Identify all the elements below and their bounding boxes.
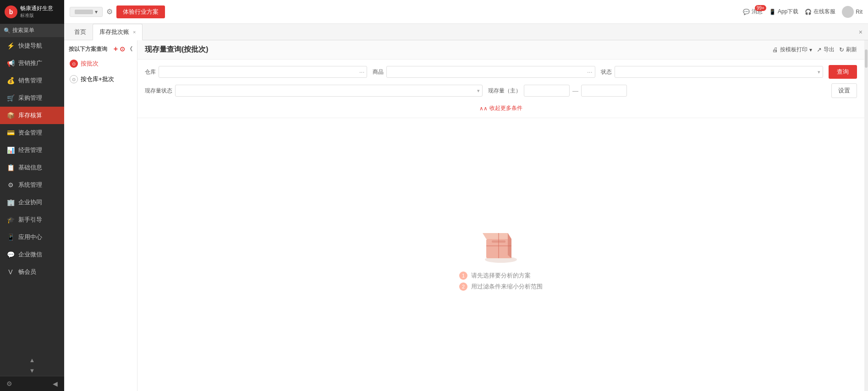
query-btn[interactable]: 查询	[829, 65, 857, 79]
sidebar-item-newbie[interactable]: 🎓 新手引导	[0, 211, 64, 228]
svg-marker-2	[483, 233, 511, 239]
breadcrumb-dropdown-icon[interactable]: ▾	[95, 9, 98, 15]
refresh-label: 刷新	[846, 46, 857, 54]
collapse-filter-btn[interactable]: ∧∧ 收起更多条件	[479, 104, 522, 112]
sidebar-search[interactable]: 🔍 搜索菜单	[0, 24, 64, 37]
sidebar-item-operation[interactable]: 📊 经营管理	[0, 141, 64, 159]
nav-icon-enterprise: 🏢	[6, 198, 15, 206]
sidebar-item-inventory[interactable]: 📦 库存核算	[0, 107, 64, 124]
sidebar-item-purchase[interactable]: 🛒 采购管理	[0, 89, 64, 107]
product-field: 商品 ···	[373, 66, 595, 78]
messages-btn[interactable]: 💬 消息 99+	[743, 8, 763, 16]
add-scheme-btn[interactable]: +	[114, 45, 118, 53]
app-download-btn[interactable]: 📱 App下载	[769, 8, 798, 16]
search-icon: 🔍	[4, 27, 11, 34]
refresh-icon: ↻	[839, 46, 844, 53]
status-label: 状态	[601, 68, 612, 76]
export-btn[interactable]: ↗ 导出	[817, 46, 835, 54]
tab-inventory-batch[interactable]: 库存批次账 ×	[93, 24, 143, 40]
sidebar-header: b 畅康通好生意 标准版	[0, 0, 64, 24]
empty-svg	[478, 218, 524, 264]
stock-qty-label: 现存量（主）	[488, 87, 521, 95]
filter-row-2: 现存量状态 ▾ 现存量（主） —	[145, 83, 857, 98]
right-scrollbar[interactable]	[864, 40, 868, 391]
nav-label-operation: 经营管理	[18, 146, 42, 154]
scheme-settings-btn[interactable]: ⊙	[120, 45, 125, 53]
sidebar-item-basic[interactable]: 📋 基础信息	[0, 159, 64, 176]
nav-label-sales: 销售管理	[18, 76, 42, 85]
user-avatar	[842, 6, 854, 18]
nav-icon-marketing: 📢	[6, 59, 15, 67]
service-btn[interactable]: 🎧 在线客服	[805, 8, 835, 16]
sidebar-item-app-center[interactable]: 📱 应用中心	[0, 228, 64, 246]
sidebar-scroll-down[interactable]: ▼	[0, 365, 64, 376]
warehouse-input[interactable]	[159, 66, 367, 78]
tab-panel-close-icon[interactable]: ×	[857, 27, 864, 38]
filter-area: 仓库 ··· 商品 ···	[137, 60, 864, 118]
sidebar-item-quick-nav[interactable]: ⚡ 快捷导航	[0, 37, 64, 54]
nav-label-app: 应用中心	[18, 233, 42, 241]
scheme-item-by-batch[interactable]: ⊙ 按批次	[64, 56, 137, 71]
content-area: 按以下方案查询 + ⊙ 《 ⊙ 按批次 ⊙ 按仓库+批次 现存量查询(按批次)	[64, 40, 868, 391]
sidebar-item-finance[interactable]: 💳 资金管理	[0, 124, 64, 141]
product-dots-icon[interactable]: ···	[587, 68, 593, 76]
empty-state: 1 请先选择要分析的方案 2 用过滤条件来缩小分析范围	[137, 118, 864, 391]
nav-label-inventory: 库存核算	[18, 111, 42, 119]
topbar-settings-icon[interactable]: ⚙	[104, 5, 115, 18]
sidebar-scroll-up[interactable]: ▲	[0, 355, 64, 365]
nav-icon-system: ⚙	[6, 181, 15, 189]
stock-qty-max-input[interactable]	[581, 85, 627, 97]
nav-label-enterprise: 企业协同	[18, 198, 42, 206]
hint-text-1: 请先选择要分析的方案	[471, 272, 531, 280]
sidebar-footer: ⚙ ◀	[0, 376, 64, 391]
stock-qty-field: 现存量（主） —	[488, 85, 826, 97]
sidebar-item-vip[interactable]: V 畅会员	[0, 263, 64, 281]
nav-label-basic: 基础信息	[18, 163, 42, 172]
stock-qty-dash: —	[570, 87, 581, 94]
sidebar-item-enterprise[interactable]: 🏢 企业协同	[0, 194, 64, 211]
left-panel-collapse-btn[interactable]: 《	[127, 45, 132, 53]
settings-icon[interactable]: ⚙	[6, 380, 12, 387]
nav-icon-inventory: 📦	[6, 111, 15, 119]
tab-home[interactable]: 首页	[68, 24, 93, 40]
industry-btn[interactable]: 体验行业方案	[116, 5, 165, 18]
hint-text-2: 用过滤条件来缩小分析范围	[471, 282, 543, 291]
scrollbar-thumb	[865, 49, 868, 68]
hint-num-1: 1	[459, 272, 467, 280]
main-area: ▾ ⚙ 体验行业方案 💬 消息 99+ 📱 App下载 🎧 在线客服 Rit	[64, 0, 868, 391]
sidebar-item-marketing[interactable]: 📢 营销推广	[0, 54, 64, 72]
breadcrumb[interactable]: ▾	[70, 7, 103, 17]
nav-label-marketing: 营销推广	[18, 59, 42, 67]
sidebar-item-sales[interactable]: 💰 销售管理	[0, 72, 64, 89]
status-select[interactable]	[615, 66, 823, 78]
app-info: 畅康通好生意 标准版	[20, 5, 53, 19]
nav-label-purchase: 采购管理	[18, 94, 42, 102]
user-name: Rit	[856, 9, 863, 15]
collapse-sidebar-icon[interactable]: ◀	[53, 380, 58, 387]
product-input[interactable]	[386, 66, 595, 78]
refresh-btn[interactable]: ↻ 刷新	[839, 46, 857, 54]
breadcrumb-text	[75, 10, 93, 14]
scheme-item-by-warehouse-batch[interactable]: ⊙ 按仓库+批次	[64, 71, 137, 87]
stock-status-field: 现存量状态 ▾	[145, 85, 483, 97]
search-label: 搜索菜单	[12, 27, 34, 34]
nav-icon-quick: ⚡	[6, 42, 15, 50]
warehouse-dots-icon[interactable]: ···	[359, 68, 365, 76]
nav-icon-newbie: 🎓	[6, 216, 15, 224]
user-menu[interactable]: Rit	[842, 6, 863, 18]
warehouse-field: 仓库 ···	[145, 66, 367, 78]
sidebar-item-wechat[interactable]: 💬 企业微信	[0, 246, 64, 263]
sidebar-item-system[interactable]: ⚙ 系统管理	[0, 176, 64, 194]
stock-status-select[interactable]	[175, 85, 483, 97]
tab-close-icon[interactable]: ×	[133, 29, 136, 35]
left-panel-header: 按以下方案查询 + ⊙ 《	[64, 40, 137, 56]
status-field: 状态 ▾	[601, 66, 823, 78]
nav-icon-sales: 💰	[6, 76, 15, 85]
settings-btn[interactable]: 设置	[831, 83, 857, 98]
topbar-nav: ▾ ⚙ 体验行业方案	[70, 5, 739, 18]
stock-status-select-wrap: ▾	[175, 85, 483, 97]
stock-qty-min-input[interactable]	[524, 85, 570, 97]
print-btn[interactable]: 🖨 按模板打印 ▾	[772, 46, 812, 54]
right-panel: 现存量查询(按批次) 🖨 按模板打印 ▾ ↗ 导出 ↻ 刷新	[137, 40, 864, 391]
warehouse-label: 仓库	[145, 68, 156, 76]
